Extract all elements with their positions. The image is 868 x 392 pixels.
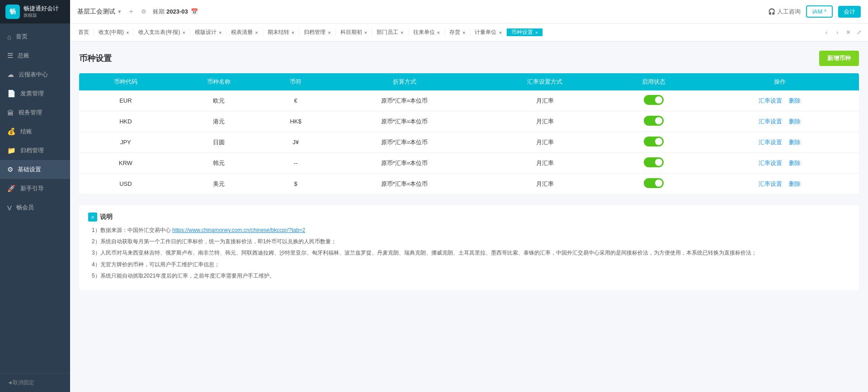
add-tab-button[interactable]: ＋	[127, 7, 135, 16]
tab-staff-label: 部门员工	[377, 28, 398, 36]
sidebar-item-reports[interactable]: ☁ 云报表中心	[0, 65, 70, 84]
cell-name: 美元	[172, 174, 265, 194]
toggle-switch-KRW[interactable]	[644, 157, 664, 167]
tab-home[interactable]: 首页	[74, 28, 94, 36]
sidebar-item-invoice[interactable]: 📄 发票管理	[0, 84, 70, 103]
tab-next-button[interactable]: ›	[832, 27, 843, 38]
tab-unit-close[interactable]: ×	[499, 30, 501, 35]
tab-balance-label: 收支(中期)	[99, 28, 124, 36]
rate-setting-link-KRW[interactable]: 汇率设置	[759, 160, 782, 166]
sidebar-item-settings[interactable]: ⚙ 基础设置	[0, 160, 70, 179]
rate-setting-link-JPY[interactable]: 汇率设置	[759, 139, 782, 146]
cell-code: USD	[79, 174, 172, 194]
note-list: 1）数据来源：中国外汇交易中心 https://www.chinamoney.c…	[88, 226, 850, 280]
tab-period-end-close[interactable]: ×	[292, 30, 294, 35]
chevron-down-icon[interactable]: ▾	[118, 8, 121, 15]
tab-close-all-button[interactable]: ✕	[843, 27, 854, 38]
rate-setting-link-EUR[interactable]: 汇率设置	[759, 97, 782, 104]
delete-link-KRW[interactable]: 删除	[789, 160, 801, 166]
tab-currency-close[interactable]: ×	[535, 30, 538, 35]
cell-code: JPY	[79, 132, 172, 153]
delete-link-EUR[interactable]: 删除	[789, 97, 801, 104]
tab-annual-close[interactable]: ×	[182, 30, 185, 35]
toggle-circle-EUR	[655, 96, 662, 104]
sidebar-item-archive[interactable]: 📁 归档管理	[0, 141, 70, 160]
member-icon: V	[7, 204, 12, 212]
rate-setting-link-USD[interactable]: 汇率设置	[759, 180, 782, 187]
tab-period-end[interactable]: 期末结转 ×	[263, 28, 299, 36]
note-section: ≡ 说明 1）数据来源：中国外汇交易中心 https://www.chinamo…	[79, 205, 859, 290]
sidebar-item-archive-label: 归档管理	[20, 146, 44, 155]
tab-subjects[interactable]: 科目期初 ×	[336, 28, 372, 36]
tab-filing-close[interactable]: ×	[328, 30, 330, 35]
tab-unit[interactable]: 计量单位 ×	[470, 28, 506, 36]
accounting-button[interactable]: 会计	[838, 6, 861, 18]
sidebar-item-home[interactable]: ⌂ 首页	[0, 27, 70, 46]
tab-staff[interactable]: 部门员工 ×	[372, 28, 408, 36]
tab-inventory-close[interactable]: ×	[462, 30, 465, 35]
table-row: HKD 港元 HK$ 原币*汇率=本位币 月汇率 汇率设置 删除	[79, 111, 859, 132]
cell-action: 汇率设置 删除	[700, 111, 859, 132]
tab-staff-close[interactable]: ×	[401, 30, 403, 35]
tab-template-close[interactable]: ×	[219, 30, 222, 35]
cell-symbol: --	[265, 153, 326, 174]
sidebar-pin-toggle[interactable]: ◄取消固定	[0, 373, 70, 392]
tab-inventory-label: 存货	[449, 28, 460, 36]
tab-filing[interactable]: 归档管理 ×	[299, 28, 335, 36]
rate-setting-link-HKD[interactable]: 汇率设置	[759, 118, 782, 125]
sidebar-item-member[interactable]: V 畅会员	[0, 198, 70, 217]
tab-tax-clear-close[interactable]: ×	[255, 30, 258, 35]
delete-link-HKD[interactable]: 删除	[789, 118, 801, 125]
toggle-circle-HKD	[655, 117, 662, 124]
toggle-switch-HKD[interactable]	[644, 116, 664, 126]
tab-prev-button[interactable]: ‹	[821, 27, 832, 38]
tab-partner-close[interactable]: ×	[437, 30, 440, 35]
iam-button[interactable]: iAM *	[806, 5, 833, 18]
tab-annual[interactable]: 收入支出表(年报) ×	[134, 28, 190, 36]
col-name: 币种名称	[172, 73, 265, 90]
toggle-switch-JPY[interactable]	[644, 137, 664, 146]
note-item: 4）无官方牌价的币种，可以用户手工维护汇率信息；	[92, 260, 850, 269]
sidebar-item-ledger[interactable]: ☰ 总账	[0, 46, 70, 65]
sidebar-item-ledger-label: 总账	[18, 52, 29, 60]
cell-rate-type: 月汇率	[482, 90, 607, 111]
toggle-switch-USD[interactable]	[644, 178, 664, 188]
ledger-icon: ☰	[7, 52, 13, 60]
tab-expand-button[interactable]: ⤢	[854, 27, 864, 38]
sidebar: 畅 畅捷通好会计 旗舰版 ⌂ 首页 ☰ 总账 ☁ 云报表中心 📄 发票管理 🏛 …	[0, 0, 70, 392]
reports-icon: ☁	[7, 71, 14, 79]
tab-currency[interactable]: 币种设置 ×	[507, 28, 543, 36]
cell-action: 汇率设置 删除	[700, 153, 859, 174]
tab-currency-label: 币种设置	[511, 28, 533, 36]
tab-partner[interactable]: 往来单位 ×	[409, 28, 445, 36]
tab-balance[interactable]: 收支(中期) ×	[94, 28, 134, 36]
tab-subjects-label: 科目期初	[340, 28, 362, 36]
cell-symbol: €	[265, 90, 326, 111]
tab-subjects-close[interactable]: ×	[364, 30, 367, 35]
tab-balance-close[interactable]: ×	[126, 30, 129, 35]
cell-name: 欧元	[172, 90, 265, 111]
toggle-switch-EUR[interactable]	[644, 95, 664, 105]
sidebar-item-guide[interactable]: 🚀 新手引导	[0, 179, 70, 198]
settlement-icon: 💰	[7, 128, 16, 136]
note-item: 5）系统只能自动抓取2021年度后的汇率，之前年度汇率需要用户手工维护。	[92, 272, 850, 280]
delete-link-USD[interactable]: 删除	[789, 180, 801, 187]
sidebar-item-invoice-label: 发票管理	[20, 90, 44, 98]
currency-table: 币种代码 币种名称 币符 折算方式 汇率设置方式 启用状态 操作 EUR 欧元 …	[79, 73, 859, 194]
note-icon: ≡	[88, 213, 97, 222]
new-currency-button[interactable]: 新增币种	[819, 51, 859, 66]
delete-link-JPY[interactable]: 删除	[789, 139, 801, 146]
sidebar-item-settlement[interactable]: 💰 结账	[0, 122, 70, 141]
tab-tax-clear[interactable]: 税表清册 ×	[226, 28, 263, 36]
note-title-text: 说明	[100, 213, 113, 221]
tab-inventory[interactable]: 存货 ×	[445, 28, 470, 36]
settings-gear-icon[interactable]: ⚙	[141, 8, 146, 15]
sidebar-item-tax[interactable]: 🏛 税务管理	[0, 103, 70, 122]
breadcrumb: 基层工会测试	[77, 8, 115, 16]
sidebar-item-settlement-label: 结账	[20, 128, 32, 136]
tab-tax-clear-label: 税表清册	[231, 28, 253, 36]
tab-template[interactable]: 模版设计 ×	[190, 28, 226, 36]
chinamoney-link[interactable]: https://www.chinamoney.com.cn/chinese/bk…	[172, 227, 305, 233]
customer-service-button[interactable]: 🎧 人工咨询	[768, 8, 801, 16]
calendar-icon[interactable]: 📅	[191, 8, 198, 15]
